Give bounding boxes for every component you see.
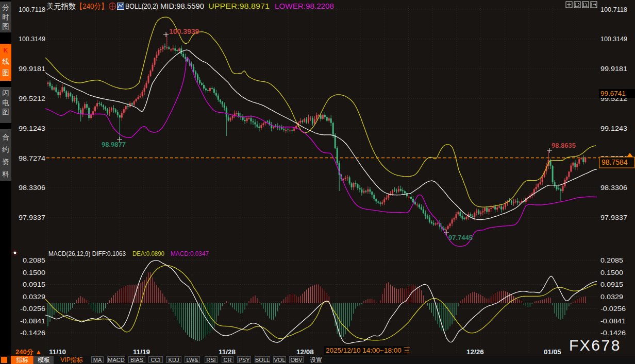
svg-text:98.7584: 98.7584 bbox=[601, 158, 628, 166]
svg-text:99.6741: 99.6741 bbox=[600, 90, 626, 97]
svg-text:98.9877: 98.9877 bbox=[102, 141, 126, 148]
svg-text:98.8635: 98.8635 bbox=[552, 142, 576, 149]
svg-text:11/10: 11/10 bbox=[49, 348, 66, 356]
svg-text:99.9181: 99.9181 bbox=[600, 65, 627, 73]
svg-text:97.9337: 97.9337 bbox=[19, 214, 45, 221]
svg-text:DEA:0.0890: DEA:0.0890 bbox=[132, 250, 164, 257]
svg-text:97.9337: 97.9337 bbox=[600, 214, 627, 221]
svg-text:【240分】: 【240分】 bbox=[76, 2, 108, 10]
svg-text:0.2085: 0.2085 bbox=[600, 256, 623, 264]
svg-text:97.7445: 97.7445 bbox=[448, 234, 473, 241]
svg-text:-0.0841: -0.0841 bbox=[20, 317, 45, 325]
svg-text:0.0329: 0.0329 bbox=[23, 293, 45, 301]
svg-text:MID:98.5590: MID:98.5590 bbox=[160, 2, 204, 10]
svg-text:01/05: 01/05 bbox=[544, 348, 561, 356]
svg-text:240分 ▲: 240分 ▲ bbox=[15, 348, 42, 356]
svg-text:12/08: 12/08 bbox=[296, 348, 314, 356]
svg-text:100.7118: 100.7118 bbox=[600, 6, 627, 13]
svg-text:99.5212: 99.5212 bbox=[19, 95, 45, 102]
svg-text:100.3939: 100.3939 bbox=[169, 27, 199, 36]
svg-text:MACD:0.0347: MACD:0.0347 bbox=[171, 250, 209, 257]
svg-text:美元指数: 美元指数 bbox=[46, 2, 76, 10]
svg-text:MACD(26,12,9) DIFF:0.1063: MACD(26,12,9) DIFF:0.1063 bbox=[48, 250, 126, 257]
svg-text:0.0329: 0.0329 bbox=[600, 293, 623, 301]
svg-text:-0.1426: -0.1426 bbox=[600, 329, 626, 337]
svg-text:2025/12/10 14:00~18:00 三: 2025/12/10 14:00~18:00 三 bbox=[326, 346, 410, 354]
svg-text:LOWER:98.2208: LOWER:98.2208 bbox=[275, 2, 334, 10]
svg-text:98.3306: 98.3306 bbox=[19, 184, 45, 192]
svg-text:-0.0841: -0.0841 bbox=[600, 317, 626, 325]
svg-text:-0.0256: -0.0256 bbox=[20, 305, 45, 313]
svg-text:98.3306: 98.3306 bbox=[600, 184, 627, 192]
svg-text:99.1243: 99.1243 bbox=[19, 125, 45, 132]
svg-text:0.0915: 0.0915 bbox=[23, 281, 45, 288]
svg-text:0.2085: 0.2085 bbox=[23, 256, 45, 264]
svg-text:100.3149: 100.3149 bbox=[600, 35, 627, 43]
svg-text:0.1500: 0.1500 bbox=[600, 269, 623, 276]
svg-text:FX678: FX678 bbox=[569, 337, 621, 354]
svg-text:100.7118: 100.7118 bbox=[19, 6, 45, 13]
svg-text:0.1500: 0.1500 bbox=[23, 269, 45, 276]
svg-text:-0.0256: -0.0256 bbox=[600, 305, 626, 313]
svg-text:-0.1426: -0.1426 bbox=[20, 329, 45, 337]
svg-text:11/28: 11/28 bbox=[219, 348, 236, 356]
svg-text:UPPER:98.8971: UPPER:98.8971 bbox=[208, 2, 270, 10]
svg-text:11/19: 11/19 bbox=[133, 348, 150, 356]
svg-text:BOLL(20,2): BOLL(20,2) bbox=[125, 2, 158, 10]
svg-text:12/26: 12/26 bbox=[466, 348, 484, 356]
svg-text:98.7274: 98.7274 bbox=[19, 154, 46, 162]
svg-text:0.0915: 0.0915 bbox=[600, 281, 623, 288]
svg-text:100.3149: 100.3149 bbox=[19, 35, 45, 43]
svg-text:99.1243: 99.1243 bbox=[600, 125, 627, 132]
svg-text:99.9181: 99.9181 bbox=[19, 65, 45, 73]
